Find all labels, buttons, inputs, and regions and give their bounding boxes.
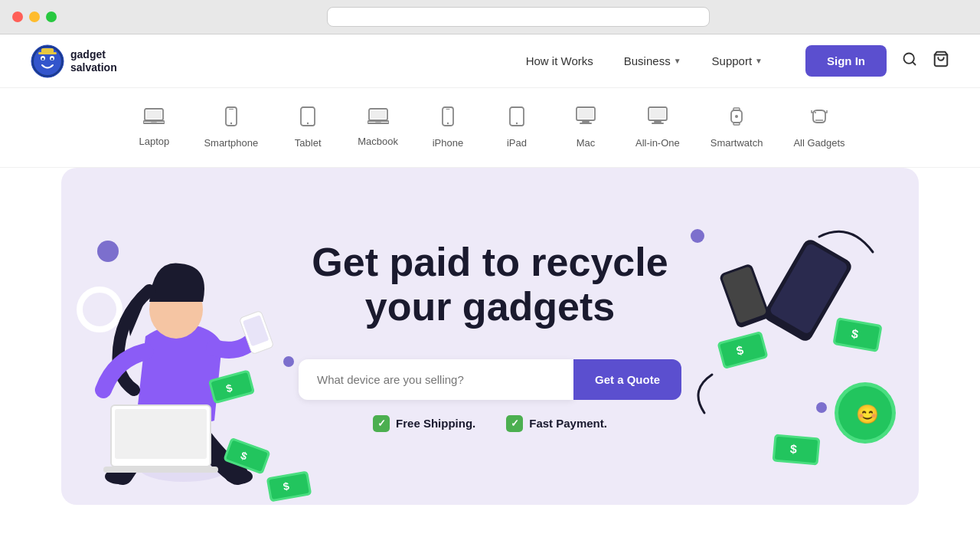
macbook-icon xyxy=(368,108,389,129)
support-chevron-icon: ▼ xyxy=(755,57,763,65)
svg-rect-21 xyxy=(371,110,386,119)
logo[interactable]: gadget salvation xyxy=(31,44,117,78)
nav-support[interactable]: Support ▼ xyxy=(712,54,763,67)
nav-business[interactable]: Business ▼ xyxy=(624,54,681,67)
svg-rect-31 xyxy=(582,121,590,123)
logo-text: gadget salvation xyxy=(70,48,117,74)
svg-rect-34 xyxy=(650,109,665,119)
category-ipad-label: iPad xyxy=(507,137,527,149)
iphone-icon xyxy=(442,106,454,131)
svg-point-19 xyxy=(307,123,309,124)
category-mac-label: Mac xyxy=(577,137,596,149)
category-laptop[interactable]: Laptop xyxy=(119,102,188,153)
svg-text:😊: 😊 xyxy=(856,403,879,425)
category-all-gadgets[interactable]: All Gadgets xyxy=(778,100,860,155)
navbar: gadget salvation How it Works Business ▼… xyxy=(0,34,980,88)
svg-rect-36 xyxy=(652,123,664,124)
category-ipad[interactable]: iPad xyxy=(482,100,551,155)
svg-point-25 xyxy=(447,123,449,124)
all-gadgets-icon xyxy=(809,106,829,131)
category-iphone[interactable]: iPhone xyxy=(413,100,482,155)
minimize-button[interactable] xyxy=(29,11,40,22)
category-tablet[interactable]: Tablet xyxy=(273,100,342,155)
address-bar[interactable] xyxy=(327,7,710,27)
hero-section: $ $ $ 😊 $ $ $ xyxy=(61,168,919,505)
logo-icon xyxy=(31,44,64,78)
svg-rect-50 xyxy=(103,467,218,473)
svg-rect-39 xyxy=(733,123,740,125)
category-nav: Laptop Smartphone Tablet Macbook iPhone xyxy=(0,88,980,168)
fast-payment-check-icon: ✓ xyxy=(506,415,523,432)
fast-payment-label: Fast Payment. xyxy=(529,417,607,430)
free-shipping-label: Free Shipping. xyxy=(396,417,475,430)
svg-rect-75 xyxy=(722,266,767,323)
traffic-lights xyxy=(12,11,57,22)
perk-fast-payment: ✓ Fast Payment. xyxy=(506,415,607,432)
svg-rect-12 xyxy=(146,110,162,119)
device-search-input[interactable] xyxy=(299,359,573,400)
svg-rect-38 xyxy=(733,108,740,110)
svg-point-5 xyxy=(51,57,54,60)
smartwatch-icon xyxy=(729,106,744,131)
svg-point-4 xyxy=(42,57,44,60)
page: gadget salvation How it Works Business ▼… xyxy=(0,34,980,537)
maximize-button[interactable] xyxy=(46,11,57,22)
svg-text:$: $ xyxy=(789,442,797,456)
mac-icon xyxy=(576,106,596,131)
category-smartwatch-label: Smartwatch xyxy=(710,137,763,149)
all-in-one-icon xyxy=(648,106,668,131)
svg-rect-35 xyxy=(654,121,662,123)
hero-illustration-left: $ $ $ xyxy=(61,183,337,505)
category-smartphone-label: Smartphone xyxy=(204,137,258,149)
svg-rect-49 xyxy=(115,409,207,459)
business-chevron-icon: ▼ xyxy=(674,57,681,65)
svg-point-41 xyxy=(815,112,816,113)
laptop-icon xyxy=(143,108,165,129)
cart-icon[interactable] xyxy=(933,51,949,71)
search-icon[interactable] xyxy=(902,51,917,70)
nav-how-it-works[interactable]: How it Works xyxy=(526,54,593,67)
category-macbook[interactable]: Macbook xyxy=(342,102,413,153)
hero-perks: ✓ Free Shipping. ✓ Fast Payment. xyxy=(373,415,607,432)
category-all-gadgets-label: All Gadgets xyxy=(793,137,844,149)
svg-point-16 xyxy=(230,123,232,124)
category-laptop-label: Laptop xyxy=(139,136,170,147)
category-iphone-label: iPhone xyxy=(433,137,463,149)
svg-rect-14 xyxy=(151,121,157,123)
category-tablet-label: Tablet xyxy=(295,137,322,149)
svg-point-28 xyxy=(516,123,518,124)
smartphone-icon xyxy=(225,106,237,131)
category-smartwatch[interactable]: Smartwatch xyxy=(695,100,779,155)
svg-point-40 xyxy=(735,115,738,118)
get-quote-button[interactable]: Get a Quote xyxy=(573,359,681,400)
hero-search-bar: Get a Quote xyxy=(299,359,681,400)
browser-chrome xyxy=(0,0,980,34)
nav-links: How it Works Business ▼ Support ▼ xyxy=(526,54,763,67)
svg-point-44 xyxy=(225,469,253,484)
category-all-in-one-label: All-in-One xyxy=(635,137,680,149)
svg-rect-32 xyxy=(580,123,592,124)
svg-rect-7 xyxy=(41,48,54,54)
close-button[interactable] xyxy=(12,11,23,22)
nav-icons: Sign In xyxy=(793,45,949,77)
ipad-icon xyxy=(509,106,524,131)
free-shipping-check-icon: ✓ xyxy=(373,415,390,432)
category-mac[interactable]: Mac xyxy=(551,100,620,155)
hero-title: Get paid to recycle your gadgets xyxy=(312,241,668,328)
svg-rect-17 xyxy=(229,109,234,110)
sign-in-button[interactable]: Sign In xyxy=(805,45,887,77)
category-macbook-label: Macbook xyxy=(358,136,398,147)
svg-rect-30 xyxy=(578,109,593,119)
svg-rect-26 xyxy=(446,109,449,110)
tablet-icon xyxy=(300,106,315,131)
svg-rect-23 xyxy=(375,121,381,123)
category-all-in-one[interactable]: All-in-One xyxy=(620,100,695,155)
hero-illustration-right: 😊 $ $ $ xyxy=(681,198,919,505)
perk-free-shipping: ✓ Free Shipping. xyxy=(373,415,475,432)
svg-line-9 xyxy=(913,62,916,65)
category-smartphone[interactable]: Smartphone xyxy=(188,100,273,155)
